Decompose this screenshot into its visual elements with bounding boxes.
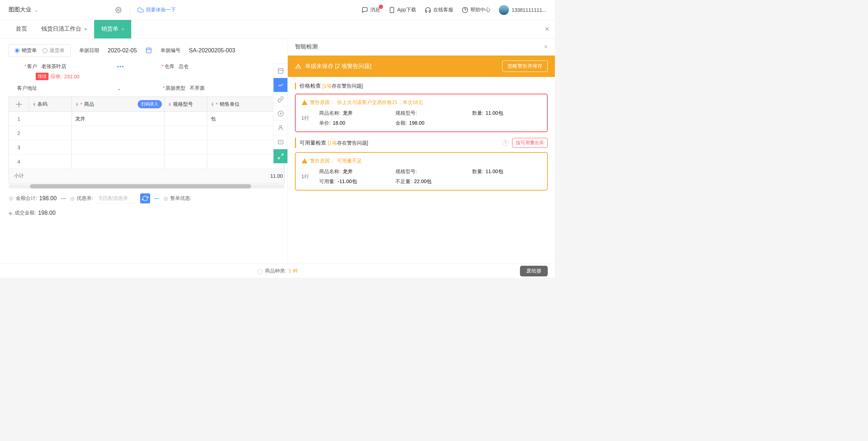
refresh-coupon-button[interactable] [140,193,150,203]
stock-out-button[interactable]: 按可用量出库 [512,138,548,148]
tab-workspace[interactable]: 钱货日清工作台 × [34,20,94,38]
rail-money-button[interactable] [274,135,287,149]
svg-line-16 [281,154,283,156]
rail-expand-button[interactable] [274,149,287,164]
user-icon [277,125,284,131]
invoice-select[interactable]: 不开票 [190,85,261,92]
coupon-input[interactable]: 无匹配优惠券 [95,194,138,203]
receivable-label: 应收: [51,73,62,80]
radio-sales-order[interactable]: 销货单 [15,47,37,54]
user-menu[interactable]: 13381111111... [499,5,546,15]
rail-link-button[interactable] [274,92,287,107]
product-kinds-value: 1 种 [289,268,298,274]
svg-line-17 [278,157,280,159]
avatar [499,5,509,15]
help-icon[interactable]: ? [502,140,509,146]
expand-icon [277,153,284,160]
close-all-tabs[interactable]: × [545,25,549,33]
company-selector[interactable]: 图图大业 ⌄ [9,6,108,14]
product-kinds-label: 商品种类: [265,268,286,274]
close-icon[interactable]: × [121,26,124,32]
price-warning-card: 警告原因： 你上次与该客户交易价格21，本次18元 1行 商品名称:龙井 规格型… [295,94,548,132]
circle-icon: ◯ [257,268,263,274]
table-row[interactable]: 4 [9,155,284,169]
svg-point-13 [280,125,282,128]
doc-no-label: 单据编号 [160,47,180,54]
warning-icon [301,158,308,164]
layout-icon [277,68,284,74]
chart-icon [277,82,284,88]
exchange-icon [277,110,284,117]
order-type-radio-group: 销货单 退货单 [9,44,71,57]
rail-exchange-button[interactable] [274,107,287,121]
tab-sales-order[interactable]: 销货单 × [94,20,131,38]
minus-icon: — [154,196,159,201]
currency-icon: ㊎ [9,195,14,202]
subtotal-row: 小计 11.00 [9,169,284,183]
sort-icon: ▲▼ [32,102,36,107]
chevron-down-icon: ⌄ [34,7,39,13]
stock-check-title: 可用量检查 [300,140,326,146]
warning-icon [301,99,308,106]
warehouse-select[interactable]: 总仓 [179,63,250,70]
customer-lookup-button[interactable]: ••• [117,64,124,69]
deal-label: 成交金额: [15,210,36,216]
table-row[interactable]: 1 龙井 包 [9,112,284,126]
col-unit[interactable]: ▲▼ *销售单位 [207,97,284,111]
divider [130,5,130,15]
table-row[interactable]: 2 [9,126,284,140]
minus-icon: — [61,196,66,201]
svg-rect-10 [278,68,283,73]
date-value[interactable]: 2020-02-05 [108,47,137,54]
rail-chart-button[interactable] [274,78,287,92]
total-label: 金额合计: [16,195,37,202]
table-settings-button[interactable] [9,97,29,111]
ignore-save-button[interactable]: 忽略警告并保存 [502,61,548,72]
messages-button[interactable]: 消息 [362,7,380,13]
refresh-icon [142,195,148,202]
scan-entry-button[interactable]: 扫码录入 [138,100,162,108]
pay-now-chip: 现结 [36,73,48,80]
rail-user-button[interactable] [274,121,287,135]
radio-return-order[interactable]: 退货单 [42,47,65,54]
stock-warning-card: 警告原因： 可用量不足 1行 商品名称:龙井 规格型号: 数量:11.00包 可… [295,152,548,191]
discount-icon: ◎ [164,196,168,201]
table-row[interactable]: 3 [9,140,284,155]
warning-icon [295,63,301,69]
tab-home[interactable]: 首页 [9,20,34,38]
gear-icon [16,101,22,108]
radio-icon [15,48,20,53]
chevron-down-icon[interactable]: ⌄ [117,85,121,91]
sort-icon: ▲▼ [168,102,172,107]
trash-button[interactable]: 废纸篓 [520,266,548,276]
coupon-icon: ◎ [70,196,75,201]
horizontal-scrollbar[interactable] [9,184,285,188]
svg-point-9 [18,103,20,105]
headset-icon [425,7,431,13]
deal-value: 198.00 [38,210,56,216]
settings-button[interactable] [114,6,123,14]
doc-no-value: SA-20200205-003 [189,47,235,54]
app-download-button[interactable]: App下载 [389,7,416,13]
radio-icon [42,48,47,53]
help-center-button[interactable]: 帮助中心 [462,7,490,13]
sort-icon: ▲▼ [75,102,79,107]
svg-rect-1 [390,7,394,12]
company-name: 图图大业 [9,6,31,14]
col-product[interactable]: ▲▼ *商品 扫码录入 [72,97,164,111]
rail-layout-button[interactable] [274,64,287,78]
online-service-button[interactable]: 在线客服 [425,7,453,13]
date-label: 单据日期 [79,47,99,54]
close-panel-button[interactable]: × [544,43,548,51]
col-barcode[interactable]: ▲▼ 条码 [29,97,72,111]
experience-link[interactable]: 我要体验一下 [137,7,176,13]
receivable-value: 231.00 [64,74,80,79]
col-spec[interactable]: ▲▼ 规格型号 [164,97,207,111]
link-icon [277,96,284,103]
customer-input[interactable]: 老张茶叶店 [41,63,113,70]
svg-point-0 [118,9,119,11]
close-icon[interactable]: × [84,26,87,32]
panel-title: 智能检测 [295,43,318,51]
total-value: 198.00 [39,195,57,202]
calendar-icon[interactable] [145,47,152,55]
